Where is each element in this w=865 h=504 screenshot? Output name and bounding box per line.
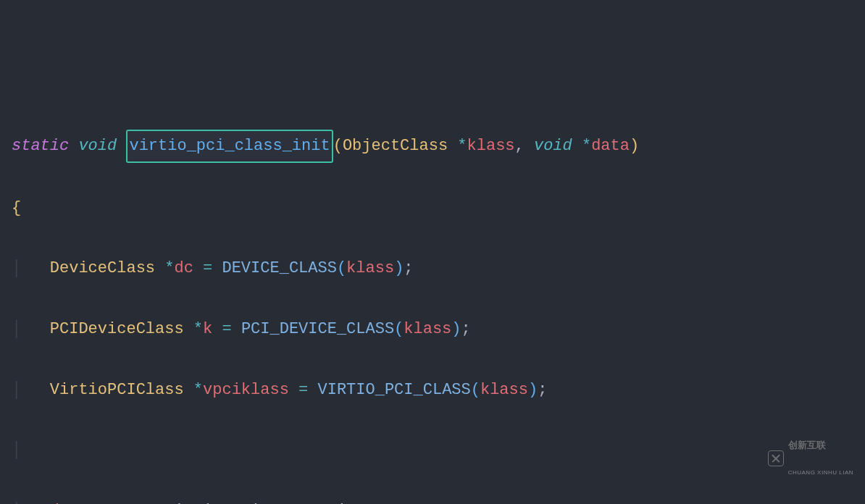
watermark-main: 创新互联 — [788, 440, 853, 450]
watermark: 创新互联 CHUANG XINHU LIAN — [768, 421, 853, 495]
code-line-1[interactable]: static void virtio_pci_class_init(Object… — [6, 130, 859, 163]
eq: = — [203, 259, 212, 277]
brace-open: { — [12, 199, 21, 217]
star-op-2: * — [582, 137, 591, 155]
type-deviceclass: DeviceClass — [50, 259, 155, 277]
indent-guide: │ — [12, 320, 50, 338]
paren-open: ( — [394, 320, 404, 338]
eq: = — [298, 381, 308, 399]
indent-guide: │ — [12, 259, 50, 277]
star: * — [193, 381, 203, 399]
semi: ; — [461, 320, 471, 338]
paren-open: ( — [337, 259, 346, 277]
paren-close: ) — [451, 320, 461, 338]
param-name-1: klass — [467, 137, 515, 155]
star: * — [193, 320, 203, 338]
watermark-text: 创新互联 CHUANG XINHU LIAN — [788, 421, 853, 495]
indent-guide: │ — [12, 441, 21, 459]
var-k: k — [203, 320, 212, 338]
arg-klass: klass — [346, 259, 394, 277]
type-pcidevclass: PCIDeviceClass — [50, 320, 184, 338]
code-line-6[interactable]: │ — [6, 435, 859, 466]
star: * — [164, 259, 174, 277]
semi: ; — [538, 381, 547, 399]
fn-device-class: DEVICE_CLASS — [222, 259, 336, 277]
paren-close: ) — [528, 381, 538, 399]
code-line-3[interactable]: │ DeviceClass *dc = DEVICE_CLASS(klass); — [6, 253, 859, 284]
watermark-icon — [768, 450, 784, 466]
type-void: void — [78, 137, 117, 155]
fn-pci-device-class: PCI_DEVICE_CLASS — [241, 320, 394, 338]
paren-close: ) — [394, 259, 404, 277]
semi: ; — [404, 259, 413, 277]
type-virtiopciclass: VirtioPCIClass — [50, 381, 184, 399]
code-line-7[interactable]: │ dc->props = virtio_pci_properties; — [6, 496, 859, 504]
highlighted-function-name[interactable]: virtio_pci_class_init — [126, 130, 333, 163]
param-type-2: void — [534, 137, 572, 155]
keyword-static: static — [12, 137, 69, 155]
eq: = — [222, 320, 231, 338]
code-line-2[interactable]: { — [6, 193, 859, 224]
code-line-4[interactable]: │ PCIDeviceClass *k = PCI_DEVICE_CLASS(k… — [6, 314, 859, 345]
param-type-1: ObjectClass — [343, 137, 448, 155]
var-dc: dc — [174, 259, 193, 277]
arg-klass: klass — [404, 320, 451, 338]
comma: , — [515, 137, 525, 155]
code-line-5[interactable]: │ VirtioPCIClass *vpciklass = VIRTIO_PCI… — [6, 375, 859, 406]
watermark-sub: CHUANG XINHU LIAN — [788, 470, 853, 476]
paren-open: ( — [471, 381, 480, 399]
indent-guide: │ — [12, 381, 50, 399]
star-op: * — [457, 137, 467, 155]
var-vpciklass: vpciklass — [203, 381, 289, 399]
arg-klass: klass — [480, 381, 528, 399]
paren-open: ( — [333, 137, 343, 155]
fn-virtio-pci-class: VIRTIO_PCI_CLASS — [318, 381, 471, 399]
param-name-2: data — [591, 137, 630, 155]
paren-close: ) — [630, 137, 639, 155]
function-name: virtio_pci_class_init — [129, 137, 330, 155]
